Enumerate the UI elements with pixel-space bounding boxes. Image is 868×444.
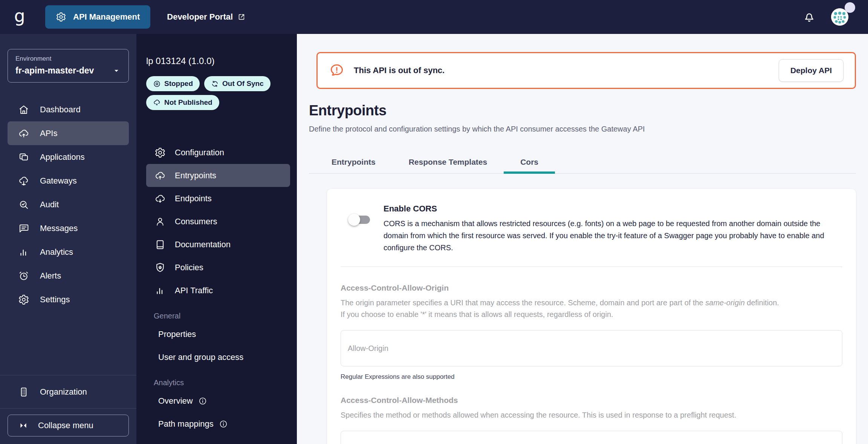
presence-status-dot xyxy=(845,2,855,13)
allow-origin-input[interactable] xyxy=(341,330,842,366)
api-menu-item-label: Documentation xyxy=(175,240,231,250)
allow-methods-description: Specifies the method or methods allowed … xyxy=(341,409,842,421)
api-menu-item-policies[interactable]: Policies xyxy=(146,256,290,279)
collapse-arrows-icon xyxy=(18,421,28,430)
home-icon xyxy=(18,104,29,115)
info-icon[interactable] xyxy=(219,420,228,429)
book-icon xyxy=(154,239,166,250)
sidebar-item-label: APIs xyxy=(40,129,57,138)
api-menu-item-label: Overview xyxy=(158,396,193,406)
allow-methods-select[interactable]: Access-Control-Allow-Methods xyxy=(341,431,842,444)
api-menu-item-label: Policies xyxy=(175,263,203,273)
sidebar-item-messages[interactable]: Messages xyxy=(8,216,129,240)
sidebar-item-label: Messages xyxy=(40,224,78,233)
api-menu-item-path-mappings[interactable]: Path mappings xyxy=(146,412,290,435)
allow-methods-section: Access-Control-Allow-Methods Specifies t… xyxy=(341,396,842,444)
cloud-download-icon xyxy=(154,193,166,204)
api-menu-item-label: Path mappings xyxy=(158,419,214,429)
api-menu-item-label: User and group access xyxy=(158,352,243,362)
stop-circle-icon xyxy=(153,80,161,88)
sidebar-item-label: Applications xyxy=(40,152,85,162)
sidebar-item-gateways[interactable]: Gateways xyxy=(8,169,129,193)
api-menu-item-user-and-group-access[interactable]: User and group access xyxy=(146,346,290,369)
api-menu-item-label: Properties xyxy=(158,329,196,339)
sidebar-item-alerts[interactable]: Alerts xyxy=(8,264,129,288)
status-badge-not-published: Not Published xyxy=(146,95,219,110)
sidebar-divider xyxy=(0,408,136,409)
enable-cors-row: Enable CORS CORS is a mechanism that all… xyxy=(341,204,842,254)
allow-origin-description: The origin parameter specifies a URI tha… xyxy=(341,297,842,320)
environment-value: fr-apim-master-dev xyxy=(15,66,94,76)
api-menu-item-entrypoints[interactable]: Entrypoints xyxy=(146,164,290,187)
sidebar-divider xyxy=(0,375,136,375)
main-content: This API is out of sync. Deploy API Entr… xyxy=(297,34,868,444)
api-menu-item-consumers[interactable]: Consumers xyxy=(146,210,290,233)
notifications-bell-button[interactable] xyxy=(802,10,816,24)
api-menu-item-configuration[interactable]: Configuration xyxy=(146,141,290,164)
api-menu-item-api-traffic[interactable]: API Traffic xyxy=(146,279,290,302)
gear-icon xyxy=(18,294,29,305)
cloud-upload-icon xyxy=(18,128,29,139)
cloud-upload-icon xyxy=(154,170,166,181)
enable-cors-toggle[interactable] xyxy=(349,214,371,226)
user-avatar[interactable] xyxy=(831,8,848,26)
collapse-menu-label: Collapse menu xyxy=(38,421,93,430)
api-menu-item-label: Consumers xyxy=(175,217,217,227)
tab-label: Response Templates xyxy=(409,158,487,167)
sidebar-item-label: Alerts xyxy=(40,271,61,281)
page-subtitle: Define the protocol and configuration se… xyxy=(309,125,856,133)
sidebar-item-label: Settings xyxy=(40,295,70,305)
tab-cors[interactable]: Cors xyxy=(504,151,555,173)
api-management-button[interactable]: API Management xyxy=(45,5,150,29)
badge-label: Out Of Sync xyxy=(222,80,264,88)
out-of-sync-banner: This API is out of sync. Deploy API xyxy=(316,52,856,89)
api-menu-item-label: Configuration xyxy=(175,148,224,158)
environment-selector[interactable]: Environment fr-apim-master-dev xyxy=(8,49,129,83)
applications-icon xyxy=(18,152,29,163)
organization-icon xyxy=(18,386,29,398)
api-menu-item-properties[interactable]: Properties xyxy=(146,323,290,346)
card-divider xyxy=(341,266,842,267)
deploy-api-button[interactable]: Deploy API xyxy=(779,59,844,82)
api-menu-item-endpoints[interactable]: Endpoints xyxy=(146,187,290,210)
gateway-cloud-icon xyxy=(18,175,29,187)
enable-cors-label: Enable CORS xyxy=(384,204,839,214)
sidebar-item-apis[interactable]: APIs xyxy=(8,121,129,145)
environment-label: Environment xyxy=(15,55,121,63)
allow-methods-heading: Access-Control-Allow-Methods xyxy=(341,396,842,405)
gear-icon xyxy=(154,147,166,158)
sidebar-item-label: Gateways xyxy=(40,176,77,186)
collapse-menu-button[interactable]: Collapse menu xyxy=(8,415,129,436)
tab-response-templates[interactable]: Response Templates xyxy=(392,151,504,173)
page-title: Entrypoints xyxy=(309,103,856,119)
allow-origin-section: Access-Control-Allow-Origin The origin p… xyxy=(341,283,842,381)
allow-origin-desc-line2: If you choose to enable '*' it means tha… xyxy=(341,309,842,320)
cloud-x-icon xyxy=(153,99,161,107)
tab-entrypoints[interactable]: Entrypoints xyxy=(315,151,392,173)
warning-bubble-icon xyxy=(329,63,345,78)
tab-bar: Entrypoints Response Templates Cors xyxy=(309,151,856,174)
api-status-badges: Stopped Out Of Sync Not Published xyxy=(146,76,278,110)
info-icon[interactable] xyxy=(198,397,207,406)
person-icon xyxy=(154,216,166,227)
sidebar-item-dashboard[interactable]: Dashboard xyxy=(8,98,129,121)
sync-icon xyxy=(211,80,219,88)
api-menu-item-label: API Traffic xyxy=(175,286,213,295)
sidebar-item-label: Analytics xyxy=(40,247,73,257)
api-management-label: API Management xyxy=(73,12,140,22)
gear-icon xyxy=(56,12,67,22)
sidebar-item-applications[interactable]: Applications xyxy=(8,145,129,169)
bell-icon xyxy=(802,10,816,24)
status-badge-stopped: Stopped xyxy=(146,76,200,91)
sidebar-item-organization[interactable]: Organization xyxy=(8,380,129,404)
sidebar-item-audit[interactable]: Audit xyxy=(8,193,129,216)
sidebar-item-analytics[interactable]: Analytics xyxy=(8,240,129,264)
bar-chart-icon xyxy=(154,285,166,296)
developer-portal-link[interactable]: Developer Portal xyxy=(167,12,246,22)
allow-origin-desc-text: definition. xyxy=(745,299,779,307)
message-icon xyxy=(18,223,29,234)
api-menu-item-documentation[interactable]: Documentation xyxy=(146,233,290,256)
same-origin-italic: same-origin xyxy=(705,299,744,307)
api-menu-item-overview[interactable]: Overview xyxy=(146,389,290,412)
sidebar-item-settings[interactable]: Settings xyxy=(8,288,129,311)
